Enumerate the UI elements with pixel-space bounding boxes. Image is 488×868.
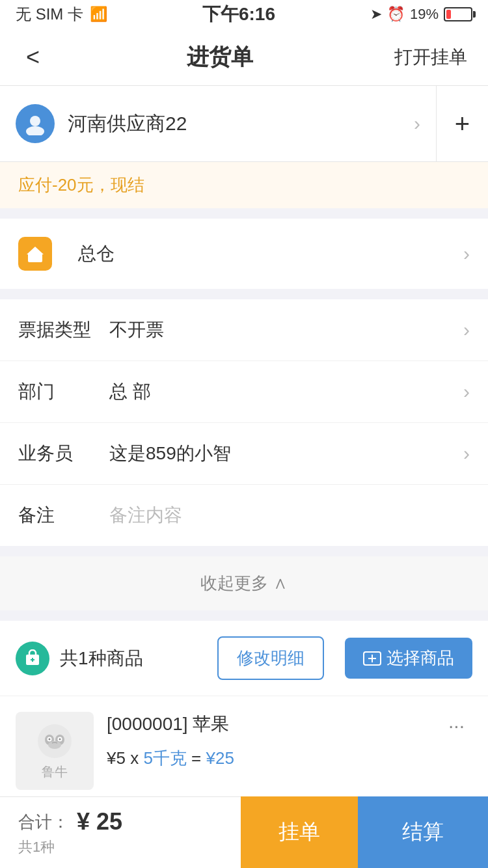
page-title: 进货单: [187, 42, 253, 72]
supplier-row: 河南供应商22 › +: [0, 86, 488, 162]
product-name: [0000001] 苹果: [107, 712, 427, 737]
product-unit-price: ¥5: [107, 748, 126, 768]
svg-marker-3: [27, 247, 44, 254]
product-price-line: ¥5 x 5千克 = ¥25: [107, 747, 427, 770]
remark-label: 备注: [18, 503, 96, 528]
product-section: 共1种商品 修改明细 选择商品: [0, 621, 488, 806]
back-button[interactable]: <: [21, 38, 45, 76]
product-code: [0000001]: [107, 714, 188, 734]
product-quantity: 5千克: [143, 748, 186, 768]
chevron-right-icon: ›: [463, 442, 470, 465]
product-more-button[interactable]: ···: [441, 712, 472, 739]
svg-point-0: [30, 116, 40, 126]
ticket-type-value: 不开票: [109, 318, 463, 342]
select-product-button[interactable]: 选择商品: [345, 638, 472, 679]
warehouse-icon: [18, 237, 52, 271]
svg-rect-2: [28, 253, 42, 262]
nav-bar: < 进货单 打开挂单: [0, 29, 488, 86]
ticket-type-row[interactable]: 票据类型 不开票 ›: [0, 299, 488, 361]
total-label: 合计：: [18, 811, 69, 834]
multiply-sign: x: [130, 748, 143, 768]
product-info: [0000001] 苹果 ¥5 x 5千克 = ¥25: [107, 712, 427, 770]
salesperson-row[interactable]: 业务员 这是859的小智 ›: [0, 423, 488, 485]
battery-icon: [444, 7, 472, 21]
status-right: ➤ ⏰ 19%: [370, 6, 472, 23]
product-count: 共1种商品: [60, 646, 207, 671]
carrier-label: 无 SIM 卡: [16, 4, 83, 25]
edit-detail-button[interactable]: 修改明细: [217, 636, 324, 680]
department-row[interactable]: 部门 总 部 ›: [0, 361, 488, 423]
collapse-row[interactable]: 收起更多 ∧: [0, 556, 488, 610]
supplier-section: 河南供应商22 › + 应付-20元，现结: [0, 86, 488, 208]
alarm-icon: ⏰: [387, 6, 405, 23]
collapse-label: 收起更多 ∧: [200, 572, 287, 595]
equals-sign: =: [191, 748, 206, 768]
svg-point-16: [59, 738, 61, 740]
svg-point-1: [26, 126, 44, 135]
total-count: 共1种: [18, 835, 223, 857]
form-section: 票据类型 不开票 › 部门 总 部 › 业务员 这是859的小智 › 备注 备注…: [0, 299, 488, 546]
salesperson-label: 业务员: [18, 441, 96, 466]
total-line: 合计： ¥ 25: [18, 808, 223, 835]
chevron-right-icon: ›: [463, 319, 470, 341]
location-icon: ➤: [370, 6, 382, 23]
notice-bar: 应付-20元，现结: [0, 162, 488, 208]
product-icon: [16, 642, 49, 675]
supplier-selector[interactable]: 河南供应商22 ›: [0, 86, 436, 161]
supplier-name: 河南供应商22: [68, 111, 401, 137]
department-value: 总 部: [109, 379, 463, 404]
remark-input[interactable]: 备注内容: [109, 503, 470, 528]
ticket-type-label: 票据类型: [18, 318, 96, 342]
product-title: 苹果: [193, 714, 229, 734]
suspend-button[interactable]: 挂单: [241, 796, 358, 868]
remark-row[interactable]: 备注 备注内容: [0, 485, 488, 546]
warehouse-row[interactable]: 总仓 ›: [0, 219, 488, 289]
chevron-right-icon: ›: [463, 243, 470, 265]
warehouse-name: 总仓: [78, 241, 463, 266]
total-section: 合计： ¥ 25 共1种: [0, 796, 241, 868]
product-item: 鲁牛 [0000001] 苹果 ¥5 x 5千克 = ¥25 ···: [0, 696, 488, 806]
status-time: 下午6:16: [202, 2, 275, 27]
product-thumb-logo: [35, 722, 74, 761]
bottom-bar: 合计： ¥ 25 共1种 挂单 结算: [0, 796, 488, 868]
select-product-label: 选择商品: [386, 647, 454, 670]
content: 河南供应商22 › + 应付-20元，现结 总仓 › 票据类型 不开票 ›: [0, 86, 488, 868]
product-thumbnail: 鲁牛: [16, 712, 94, 790]
warehouse-section: 总仓 ›: [0, 219, 488, 289]
chevron-right-icon: ›: [463, 381, 470, 403]
department-label: 部门: [18, 379, 96, 404]
svg-point-15: [49, 738, 51, 740]
chevron-right-icon: ›: [414, 113, 420, 135]
total-amount: ¥ 25: [77, 808, 122, 835]
open-pending-button[interactable]: 打开挂单: [394, 45, 467, 70]
wifi-icon: 📶: [90, 6, 107, 23]
status-bar: 无 SIM 卡 📶 下午6:16 ➤ ⏰ 19%: [0, 0, 488, 29]
product-total: ¥25: [206, 748, 234, 768]
checkout-button[interactable]: 结算: [358, 796, 488, 868]
salesperson-value: 这是859的小智: [109, 441, 463, 466]
product-thumb-text: 鲁牛: [42, 763, 68, 781]
status-left: 无 SIM 卡 📶: [16, 4, 107, 25]
supplier-avatar: [16, 104, 55, 143]
product-header: 共1种商品 修改明细 选择商品: [0, 621, 488, 696]
battery-percent: 19%: [410, 6, 439, 23]
add-supplier-button[interactable]: +: [436, 86, 488, 161]
